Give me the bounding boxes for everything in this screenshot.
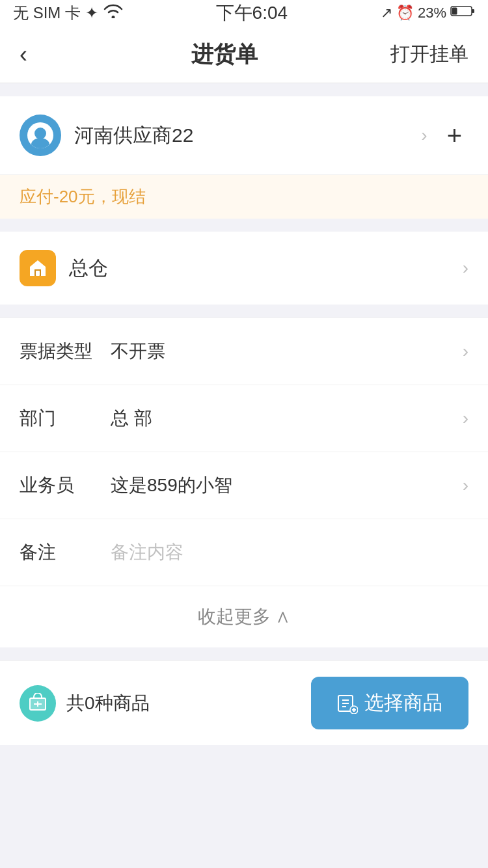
- wifi-icon: [103, 4, 123, 22]
- invoice-type-chevron-icon: ›: [463, 341, 468, 362]
- invoice-type-label: 票据类型: [20, 339, 98, 364]
- supplier-row[interactable]: 河南供应商22 › +: [0, 96, 488, 175]
- battery-icon: [450, 5, 475, 21]
- add-supplier-button[interactable]: +: [441, 121, 468, 150]
- supplier-name: 河南供应商22: [74, 122, 421, 149]
- status-bar: 无 SIM 卡 ✦ 下午6:04 ↗ ⏰ 23%: [0, 0, 488, 26]
- select-product-button[interactable]: 选择商品: [311, 677, 468, 729]
- invoice-type-value: 不开票: [98, 339, 463, 364]
- collapse-row[interactable]: 收起更多 ∧: [0, 586, 488, 647]
- svg-rect-2: [452, 8, 457, 15]
- sim-status: 无 SIM 卡 ✦: [13, 3, 98, 23]
- remark-row[interactable]: 备注 备注内容: [0, 519, 488, 586]
- remark-input[interactable]: 备注内容: [98, 540, 468, 565]
- status-time: 下午6:04: [216, 1, 288, 25]
- page-title: 进货单: [191, 40, 258, 70]
- notice-bar: 应付-20元，现结: [0, 175, 488, 219]
- mid-divider-2: [0, 305, 488, 318]
- invoice-type-row[interactable]: 票据类型 不开票 ›: [0, 318, 488, 385]
- supplier-section: 河南供应商22 › + 应付-20元，现结: [0, 96, 488, 219]
- department-row[interactable]: 部门 总 部 ›: [0, 385, 488, 452]
- select-product-label: 选择商品: [364, 690, 442, 716]
- supplier-avatar: [20, 115, 61, 156]
- form-section: 票据类型 不开票 › 部门 总 部 › 业务员 这是859的小智 › 备注 备注…: [0, 318, 488, 647]
- department-chevron-icon: ›: [463, 408, 468, 429]
- salesperson-label: 业务员: [20, 473, 98, 498]
- open-pending-button[interactable]: 打开挂单: [390, 41, 468, 68]
- battery-percentage: 23%: [418, 5, 446, 21]
- warehouse-icon: [20, 250, 56, 286]
- product-count-icon: [20, 685, 56, 722]
- warehouse-chevron-icon: ›: [463, 258, 468, 278]
- svg-rect-5: [36, 271, 40, 276]
- supplier-actions: › +: [421, 121, 468, 150]
- department-value: 总 部: [98, 406, 463, 431]
- location-icon: ↗: [381, 5, 392, 21]
- status-right: ↗ ⏰ 23%: [381, 5, 475, 21]
- bottom-divider: [0, 647, 488, 660]
- salesperson-chevron-icon: ›: [463, 475, 468, 496]
- product-count-text: 共0种商品: [66, 691, 150, 716]
- product-count-wrap: 共0种商品: [20, 685, 150, 722]
- supplier-chevron-icon: ›: [421, 125, 427, 146]
- bottom-bar: 共0种商品 选择商品: [0, 660, 488, 745]
- mid-divider-1: [0, 219, 488, 232]
- warehouse-section: 总仓 ›: [0, 232, 488, 305]
- avatar-inner: [27, 122, 53, 148]
- warehouse-row[interactable]: 总仓 ›: [0, 232, 488, 305]
- nav-bar: ‹ 进货单 打开挂单: [0, 26, 488, 83]
- department-label: 部门: [20, 406, 98, 431]
- top-divider: [0, 83, 488, 96]
- page-background: [0, 745, 488, 868]
- collapse-label: 收起更多 ∧: [198, 606, 291, 627]
- warehouse-name: 总仓: [69, 255, 463, 282]
- salesperson-value: 这是859的小智: [98, 473, 463, 498]
- remark-label: 备注: [20, 540, 98, 565]
- salesperson-row[interactable]: 业务员 这是859的小智 ›: [0, 452, 488, 519]
- svg-rect-1: [472, 9, 474, 13]
- back-button[interactable]: ‹: [20, 41, 59, 68]
- notice-text: 应付-20元，现结: [20, 187, 146, 206]
- status-left: 无 SIM 卡 ✦: [13, 3, 123, 23]
- alarm-icon: ⏰: [396, 5, 414, 21]
